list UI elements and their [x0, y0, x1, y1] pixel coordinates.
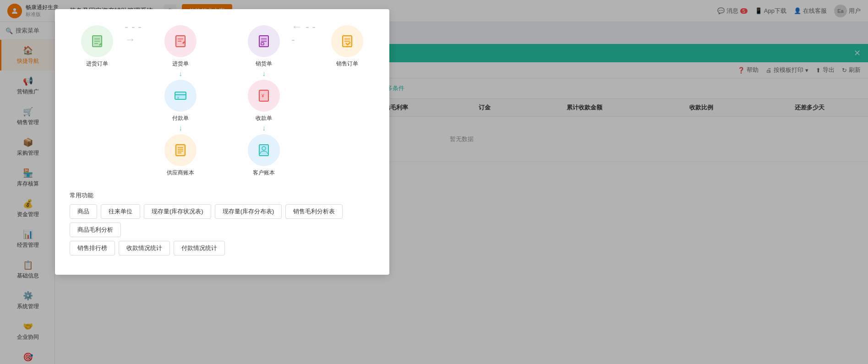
purchase-order-label: 进货订单 [86, 60, 108, 68]
arrow-sales-order-to-bill: ← - - - [291, 20, 320, 68]
common-functions: 常用功能 商品 往来单位 现存量(库存状况表) 现存量(库存分布表) 销售毛利分… [70, 184, 375, 266]
flow-node-sales-bill[interactable]: 销货单 [236, 25, 291, 68]
supplier-ledger-circle [164, 134, 197, 166]
purchase-order-circle [81, 25, 113, 57]
flow-node-customer-ledger[interactable]: 客户账本 [236, 134, 291, 177]
sales-bill-circle [248, 25, 280, 57]
svg-text:¥: ¥ [177, 96, 179, 99]
arrow-purchase-order-to-bill: - - - → [125, 20, 153, 68]
func-btn-product[interactable]: 商品 [70, 204, 97, 219]
arrow-down-payment: ↓ [153, 122, 208, 134]
flow-node-payment[interactable]: ¥ 付款单 [153, 80, 208, 122]
flow-node-supplier-ledger[interactable]: 供应商账本 [153, 134, 208, 177]
svg-rect-26 [176, 145, 185, 156]
func-btn-stock-status[interactable]: 现存量(库存状况表) [144, 204, 211, 219]
modal-body: 进货订单 - - - → [55, 9, 389, 275]
modal-overlay[interactable]: 进货订单 - - - → [0, 0, 868, 364]
receipt-circle: ¥ [248, 80, 280, 112]
customer-ledger-label: 客户账本 [253, 169, 275, 177]
arrow-down-sales-bill: ↓ [236, 68, 291, 80]
customer-ledger-circle [248, 134, 280, 166]
flow-node-purchase-order[interactable]: 进货订单 [70, 25, 125, 68]
func-btn-product-profit[interactable]: 商品毛利分析 [70, 223, 121, 237]
receipt-label: 收款单 [256, 114, 272, 122]
quick-nav-modal: 进货订单 - - - → [55, 9, 389, 275]
payment-label: 付款单 [172, 114, 189, 122]
func-btn-payment-stat[interactable]: 付款情况统计 [174, 241, 225, 255]
flow-node-receipt[interactable]: ¥ 收款单 [236, 80, 291, 122]
purchase-bill-circle [164, 25, 197, 57]
sales-order-circle [331, 25, 363, 57]
payment-circle: ¥ [164, 80, 197, 112]
purchase-bill-label: 进货单 [172, 60, 189, 68]
sales-bill-label: 销货单 [256, 60, 272, 68]
arrow-down-purchase-bill: ↓ [153, 68, 208, 80]
func-btn-sales-rank[interactable]: 销售排行榜 [70, 241, 115, 255]
func-btn-contact[interactable]: 往来单位 [101, 204, 140, 219]
flow-node-sales-order[interactable]: 销售订单 [320, 25, 375, 68]
svg-rect-19 [175, 92, 186, 99]
func-btn-receipt-stat[interactable]: 收款情况统计 [119, 241, 170, 255]
function-buttons-row1: 商品 往来单位 现存量(库存状况表) 现存量(库存分布表) 销售毛利分析表 商品… [70, 204, 375, 237]
supplier-ledger-label: 供应商账本 [167, 169, 194, 177]
common-functions-title: 常用功能 [70, 191, 375, 200]
func-btn-sales-profit[interactable]: 销售毛利分析表 [285, 204, 343, 219]
svg-text:¥: ¥ [261, 93, 264, 98]
arrow-down-receipt: ↓ [236, 122, 291, 134]
function-buttons-row2: 销售排行榜 收款情况统计 付款情况统计 [70, 241, 375, 255]
func-btn-stock-dist[interactable]: 现存量(库存分布表) [215, 204, 282, 219]
sales-order-label: 销售订单 [336, 60, 358, 68]
flow-node-purchase-bill[interactable]: 进货单 [153, 25, 208, 68]
